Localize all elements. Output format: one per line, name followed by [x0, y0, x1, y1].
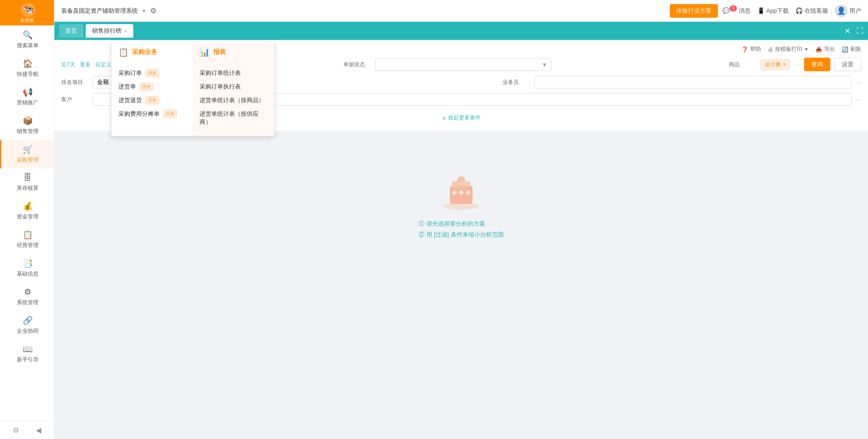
gear-icon[interactable]: ⚙	[150, 6, 156, 15]
search-nav-icon: 🔍	[23, 30, 33, 40]
system-nav-icon: ⚙	[24, 287, 31, 297]
title-chevron-icon: ▼	[141, 8, 146, 14]
sidebar-item-marketing[interactable]: 📢 营销推广	[0, 83, 54, 111]
enterprise-nav-icon: 🔗	[23, 316, 33, 326]
tab-home[interactable]: 首页	[59, 24, 83, 38]
rank-value-text: 金额	[97, 78, 109, 86]
refresh-label: 刷新	[850, 45, 861, 53]
empty-state: ① 请先选择要分析的方案 ② 用 [过滤] 条件来缩小分析范围	[54, 131, 868, 278]
system-title-text: 装备及固定资产辅助管理系统	[61, 7, 138, 15]
tabbar: 首页 销售排行榜 × ✕ ⛶	[54, 22, 868, 40]
goods-ellipsis[interactable]: ···	[795, 61, 800, 68]
logo-icon: 🐄	[20, 2, 34, 16]
sidebar-item-inventory[interactable]: 🗄 库存核算	[0, 168, 54, 197]
online-service-label: 在线客服	[805, 7, 828, 15]
sidebar-item-sales[interactable]: 📦 销售管理	[0, 111, 54, 140]
collapse-sidebar-button[interactable]: ◀	[36, 426, 41, 434]
report-section-icon: 📊	[200, 47, 210, 57]
sidebar-label-purchase: 采购管理	[17, 156, 39, 164]
menu-item-expense-allocation[interactable]: 采购费用分摊单 历史	[118, 107, 186, 121]
purchase-section-title: 采购业务	[132, 48, 157, 56]
export-action[interactable]: 📤 导出	[815, 45, 835, 53]
message-badge: 9	[730, 5, 737, 11]
sidebar-item-operations[interactable]: 📋 经营管理	[0, 225, 54, 254]
salesperson-ellipsis[interactable]: ···	[856, 79, 861, 86]
purchase-menu-section: 📋 采购业务 采购订单 历史 进货单 历史 进货退货 历史 采购费用分摊单	[112, 40, 193, 136]
menu-item-receipt-stats-goods[interactable]: 进货单统计表（按商品）	[200, 94, 267, 107]
bill-status-label: 单据状态	[343, 61, 371, 69]
date-more-link[interactable]: 更多	[80, 61, 91, 69]
settings-footer-button[interactable]: ⚙	[13, 426, 19, 434]
setting-button[interactable]: 设置	[834, 58, 861, 71]
topbar-actions: 💬 9 消息 📱 App下载 🎧 在线客服 👤 用户	[722, 5, 861, 17]
user-action[interactable]: 👤 用户	[835, 5, 861, 17]
home-nav-icon: 🏠	[23, 59, 33, 69]
tab-sales-rank[interactable]: 销售排行榜 ×	[86, 24, 133, 38]
tabbar-close-icon[interactable]: ✕	[844, 27, 850, 35]
menu-item-purchase-order-stats[interactable]: 采购订单统计表	[200, 66, 267, 80]
refresh-action[interactable]: 🔄 刷新	[842, 45, 861, 53]
headset-icon: 🎧	[795, 7, 803, 14]
purchase-order-history-badge: 历史	[146, 69, 159, 77]
sidebar-item-finance[interactable]: 💰 资金管理	[0, 197, 54, 225]
date-shortcut-7days[interactable]: 近7天	[61, 61, 75, 69]
help-action[interactable]: ❓ 帮助	[741, 45, 761, 53]
svg-point-7	[466, 190, 470, 195]
app-download-action[interactable]: 📱 App下载	[757, 7, 789, 15]
operations-nav-icon: 📋	[23, 230, 33, 240]
menu-item-return[interactable]: 进货退货 历史	[118, 94, 186, 107]
filter-link-text[interactable]: [过滤]	[434, 231, 449, 238]
online-service-action[interactable]: 🎧 在线客服	[795, 7, 828, 15]
menu-item-receipt[interactable]: 进货单 历史	[118, 80, 186, 94]
purchase-order-label: 采购订单	[118, 69, 142, 77]
sales-nav-icon: 📦	[23, 116, 33, 126]
customer-label: 客户	[61, 96, 88, 104]
rank-label: 排名项目	[61, 79, 88, 86]
tabbar-expand-icon[interactable]: ⛶	[856, 27, 863, 35]
query-button[interactable]: 查询	[804, 58, 830, 71]
refresh-icon: 🔄	[842, 46, 848, 53]
main-area: 装备及固定资产辅助管理系统 ▼ ⚙ 体验行业方案 💬 9 消息 📱 App下载 …	[54, 0, 868, 439]
print-chevron-icon: ▼	[804, 47, 809, 52]
sidebar-item-basics[interactable]: 📑 基础信息	[0, 254, 54, 282]
menu-dropdown: 📋 采购业务 采购订单 历史 进货单 历史 进货退货 历史 采购费用分摊单	[111, 40, 274, 136]
receipt-stats-supplier-label: 进货单统计表（按供应商）	[200, 110, 267, 126]
sidebar-item-search[interactable]: 🔍 搜索菜单	[0, 25, 54, 54]
date-custom-link[interactable]: 自定义	[95, 61, 112, 69]
sidebar-logo: 🐄 标准版	[0, 0, 54, 25]
sidebar-item-quicknav[interactable]: 🏠 快捷导航	[0, 54, 54, 83]
menu-item-purchase-order[interactable]: 采购订单 历史	[118, 66, 186, 80]
sidebar-label-basics: 基础信息	[17, 270, 39, 278]
marketing-nav-icon: 📢	[23, 87, 33, 97]
goods-tag-text: 设计桑	[765, 61, 781, 69]
industry-solution-button[interactable]: 体验行业方案	[670, 4, 718, 18]
tab-close-icon[interactable]: ×	[124, 28, 127, 34]
sidebar-item-newbie[interactable]: 📖 新手引导	[0, 340, 54, 368]
sidebar-item-enterprise[interactable]: 🔗 企业协同	[0, 311, 54, 340]
basics-nav-icon: 📑	[23, 258, 33, 268]
message-action[interactable]: 💬 9 消息	[722, 7, 751, 15]
salesperson-input[interactable]	[534, 76, 852, 89]
bill-status-select[interactable]: ▼	[375, 58, 551, 71]
sidebar-label-search: 搜索菜单	[17, 42, 39, 49]
menu-item-purchase-order-exec[interactable]: 采购订单执行表	[200, 80, 267, 94]
purchase-section-icon: 📋	[118, 47, 128, 57]
svg-rect-4	[452, 181, 470, 188]
bill-status-chevron-icon: ▼	[541, 61, 547, 68]
menu-item-receipt-stats-supplier[interactable]: 进货单统计表（按供应商）	[200, 107, 267, 129]
sidebar-item-purchase[interactable]: 🛒 采购管理	[0, 140, 54, 168]
sidebar-label-system: 系统管理	[17, 299, 39, 306]
goods-tag-close-icon[interactable]: ×	[783, 61, 786, 68]
svg-text:🐄: 🐄	[22, 4, 34, 15]
purchase-order-exec-label: 采购订单执行表	[200, 83, 241, 91]
salesperson-label: 业务员	[502, 79, 530, 86]
purchase-order-stats-label: 采购订单统计表	[200, 69, 241, 77]
sidebar-label-quicknav: 快捷导航	[17, 70, 39, 78]
expense-history-badge: 历史	[163, 110, 177, 118]
message-icon: 💬	[722, 7, 730, 14]
main-content: ❓ 帮助 🖨 按模板打印 ▼ 📤 导出 🔄 刷新 近7天	[54, 40, 868, 439]
sidebar-item-system[interactable]: ⚙ 系统管理	[0, 282, 54, 311]
customer-ellipsis[interactable]: ···	[856, 96, 861, 103]
collapse-up-icon: ∧	[442, 115, 446, 121]
print-action[interactable]: 🖨 按模板打印 ▼	[768, 45, 809, 53]
